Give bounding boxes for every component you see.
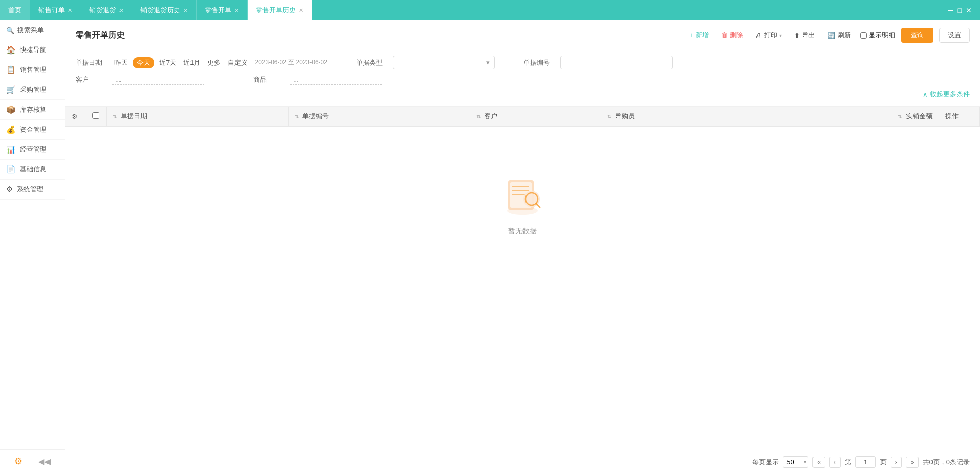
tab-sales-order[interactable]: 销售订单 ✕ (30, 0, 81, 20)
date-today[interactable]: 今天 (133, 57, 154, 68)
date-yesterday[interactable]: 昨天 (112, 57, 130, 68)
collapse-row: ∧ 收起更多条件 (76, 90, 970, 99)
tab-retail-open-history[interactable]: 零售开单历史 ✕ (248, 0, 312, 20)
th-date[interactable]: ⇅ 单据日期 (106, 107, 288, 127)
add-button[interactable]: + 新增 (687, 29, 712, 42)
sidebar-item-purchase-mgmt[interactable]: 🛒 采购管理 (0, 80, 65, 100)
tab-sales-return[interactable]: 销货退货 ✕ (81, 0, 132, 20)
th-actions-label: 操作 (945, 112, 959, 120)
sidebar-item-label-sales-mgmt: 销售管理 (20, 65, 46, 74)
page-title: 零售开单历史 (76, 30, 125, 41)
goods-input[interactable] (290, 74, 382, 85)
th-salesperson-label: 导购员 (615, 112, 635, 120)
sort-arrows-no: ⇅ (295, 114, 299, 119)
page-info: 共0页，0条记录 (923, 458, 970, 467)
doc-type-label: 单据类型 (356, 58, 385, 67)
close-tab-sales-return[interactable]: ✕ (119, 7, 124, 14)
doc-type-select-wrap[interactable] (393, 56, 495, 69)
sidebar-item-basic-info[interactable]: 📄 基础信息 (0, 160, 65, 180)
export-button[interactable]: ⬆ 导出 (791, 29, 818, 42)
basic-info-icon: 📄 (6, 165, 16, 174)
sidebar-search[interactable]: 🔍 搜索采单 (0, 20, 65, 40)
sidebar-item-label-inventory: 库存核算 (20, 105, 46, 114)
date-last1m[interactable]: 近1月 (181, 57, 202, 68)
sidebar: 🔍 搜索采单 🏠 快捷导航 📋 销售管理 🛒 采购管理 📦 库存核算 💰 资金管… (0, 20, 65, 473)
svg-line-8 (536, 204, 540, 207)
search-icon: 🔍 (6, 27, 14, 34)
close-tab-sales-order[interactable]: ✕ (68, 7, 73, 14)
sort-arrows-date: ⇅ (113, 114, 117, 119)
sidebar-item-finance[interactable]: 💰 资金管理 (0, 120, 65, 140)
date-last7[interactable]: 近7天 (157, 57, 178, 68)
refresh-label: 刷新 (838, 31, 851, 40)
finance-icon: 💰 (6, 125, 16, 134)
close-tab-retail-open[interactable]: ✕ (234, 7, 239, 14)
tab-retail-open-history-label: 零售开单历史 (256, 6, 296, 15)
delete-button[interactable]: 🗑 删除 (718, 29, 746, 42)
window-minimize[interactable]: ─ (948, 6, 953, 14)
th-no[interactable]: ⇅ 单据编号 (288, 107, 470, 127)
table-body: 暂无数据 (65, 127, 980, 257)
sidebar-item-operations[interactable]: 📊 经营管理 (0, 140, 65, 160)
print-button[interactable]: 🖨 打印 ▾ (752, 29, 785, 42)
page-header: 零售开单历史 + 新增 🗑 删除 🖨 打印 ▾ ⬆ 导出 🔄 刷新 (65, 20, 980, 48)
sort-arrows-customer: ⇅ (476, 114, 481, 119)
nav-tabs: 首页 销售订单 ✕ 销货退货 ✕ 销货退货历史 ✕ 零售开单 ✕ 零售开单历史 … (0, 0, 940, 20)
collapse-btn[interactable]: ∧ 收起更多条件 (923, 90, 970, 99)
query-button[interactable]: 查询 (901, 28, 933, 43)
page-label: 第 (845, 458, 851, 467)
operations-icon: 📊 (6, 145, 16, 154)
export-label: 导出 (802, 31, 815, 40)
th-salesperson[interactable]: ⇅ 导购员 (601, 107, 757, 127)
next-page-button[interactable]: › (891, 457, 902, 468)
close-tab-retail-open-history[interactable]: ✕ (299, 7, 303, 14)
th-customer[interactable]: ⇅ 客户 (470, 107, 601, 127)
sidebar-item-inventory[interactable]: 📦 库存核算 (0, 100, 65, 120)
window-close[interactable]: ✕ (966, 6, 972, 14)
doc-type-select[interactable] (393, 56, 495, 69)
system-mgmt-icon: ⚙ (6, 185, 13, 194)
sidebar-item-quick-nav[interactable]: 🏠 快捷导航 (0, 40, 65, 60)
prev-page-button[interactable]: ‹ (829, 457, 841, 468)
th-checkbox[interactable] (86, 107, 106, 127)
empty-illustration (497, 167, 548, 218)
doc-no-input[interactable] (560, 56, 673, 69)
th-amount[interactable]: ⇅ 实销金额 (757, 107, 939, 127)
page-size-select[interactable]: 50 10 20 100 (783, 456, 808, 468)
last-page-button[interactable]: » (906, 457, 919, 468)
sidebar-search-label: 搜索采单 (17, 26, 44, 35)
select-all-checkbox[interactable] (92, 112, 99, 119)
tab-sales-return-history[interactable]: 销货退货历史 ✕ (132, 0, 197, 20)
date-custom[interactable]: 自定义 (226, 57, 250, 68)
display-detail-checkbox[interactable]: 显示明细 (860, 31, 895, 40)
th-actions: 操作 (939, 107, 980, 127)
th-date-label: 单据日期 (121, 112, 147, 120)
empty-cell: 暂无数据 (65, 127, 980, 257)
table-settings-icon[interactable]: ⚙ (71, 113, 78, 120)
close-tab-sales-return-history[interactable]: ✕ (183, 7, 188, 14)
setting-button[interactable]: 设置 (939, 28, 970, 43)
doc-no-label: 单据编号 (523, 58, 552, 67)
empty-state: 暂无数据 (65, 127, 980, 256)
tab-retail-open[interactable]: 零售开单 ✕ (197, 0, 248, 20)
first-page-button[interactable]: « (812, 457, 825, 468)
page-input[interactable] (855, 456, 876, 468)
export-icon: ⬆ (794, 32, 800, 39)
sort-arrows-salesperson: ⇅ (607, 114, 611, 119)
print-icon: 🖨 (755, 32, 762, 39)
sidebar-item-sales-mgmt[interactable]: 📋 销售管理 (0, 60, 65, 80)
sidebar-settings-icon[interactable]: ⚙ (14, 456, 22, 467)
purchase-mgmt-icon: 🛒 (6, 85, 16, 94)
sidebar-item-label-basic-info: 基础信息 (20, 165, 46, 174)
sidebar-collapse-icon[interactable]: ◀◀ (38, 457, 51, 466)
window-maximize[interactable]: □ (958, 6, 962, 14)
date-more[interactable]: 更多 (205, 57, 223, 68)
th-settings[interactable]: ⚙ (65, 107, 86, 127)
display-detail-check[interactable] (860, 32, 867, 39)
tab-home[interactable]: 首页 (0, 0, 30, 20)
refresh-button[interactable]: 🔄 刷新 (824, 29, 854, 42)
display-detail-label: 显示明细 (869, 31, 895, 40)
sidebar-item-system-mgmt[interactable]: ⚙ 系统管理 (0, 180, 65, 200)
sidebar-item-label-quick-nav: 快捷导航 (20, 45, 46, 55)
customer-input[interactable] (112, 74, 204, 85)
